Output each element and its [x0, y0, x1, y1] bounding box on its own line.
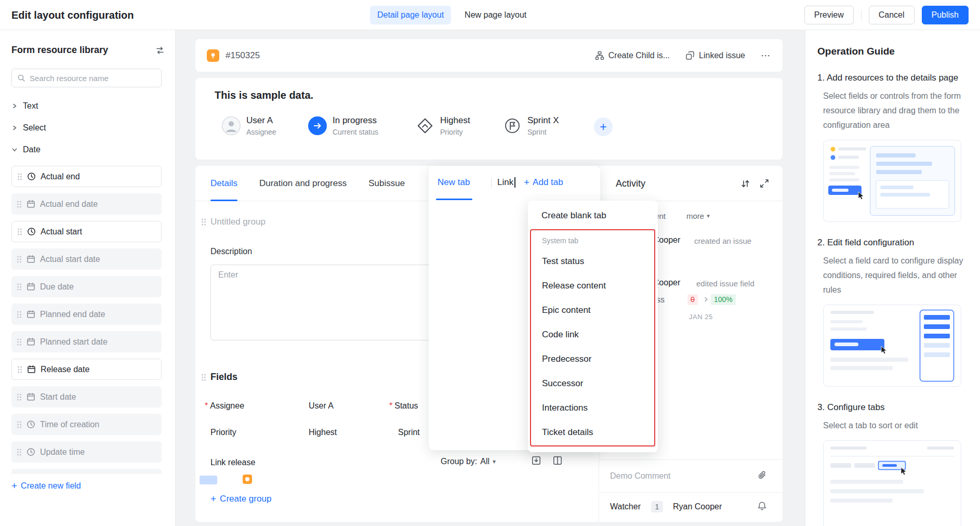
sample-field-priority[interactable]: Highest Priority	[416, 115, 470, 136]
linked-release-tag[interactable]	[200, 476, 217, 484]
collapse-panel-icon[interactable]	[155, 46, 165, 55]
sample-data-card: This is sample data. User A Assignee In …	[195, 78, 783, 160]
create-new-field-button[interactable]: + Create new field	[11, 481, 81, 491]
assignee-field-value[interactable]: User A	[309, 401, 334, 411]
priority-field-label[interactable]: Priority	[210, 428, 236, 437]
linked-issue-button[interactable]: Linked issue	[685, 51, 745, 60]
insert-card-icon[interactable]	[531, 455, 541, 466]
field-card-time-of-creation[interactable]: Time of creation	[11, 414, 162, 435]
tab-activity[interactable]: Activity	[616, 166, 645, 201]
expand-icon[interactable]	[760, 179, 769, 188]
calendar-icon	[27, 365, 36, 374]
drag-handle-icon[interactable]	[17, 393, 22, 401]
drag-handle-icon[interactable]	[17, 283, 22, 291]
activity-filter-more[interactable]: more ▾	[686, 212, 710, 220]
create-child-issue-button[interactable]: Create Child is...	[595, 51, 670, 60]
sample-field-status[interactable]: In progress Current status	[308, 115, 378, 136]
menu-item-create-blank-tab[interactable]: Create blank tab	[528, 204, 658, 227]
guide-section-1-body: Select fields or controls from the form …	[823, 89, 968, 133]
tree-group-select[interactable]: Select	[11, 117, 162, 139]
fields-group-header[interactable]: Fields	[201, 372, 237, 383]
group-by-dropdown[interactable]: Group by: All ▾	[441, 457, 496, 466]
tab-subissue[interactable]: Subissue	[368, 166, 405, 201]
field-card-planned-end-date[interactable]: Planned end date	[11, 304, 162, 325]
priority-field-value[interactable]: Highest	[309, 428, 337, 437]
drag-handle-icon[interactable]	[17, 338, 22, 346]
tree-group-text[interactable]: Text	[11, 95, 162, 117]
field-card-due-date[interactable]: Due date	[11, 276, 162, 297]
menu-item-ticket-details[interactable]: Ticket details	[531, 420, 654, 444]
tab-new-tab[interactable]: New tab	[438, 177, 470, 188]
field-card-planned-start-date[interactable]: Planned start date	[11, 331, 162, 352]
drag-handle-icon[interactable]	[17, 200, 22, 208]
menu-item-code-link[interactable]: Code link	[531, 322, 654, 347]
status-field-label[interactable]: *Status	[389, 401, 418, 411]
menu-item-successor[interactable]: Successor	[531, 371, 654, 396]
search-input[interactable]	[30, 74, 156, 83]
menu-item-interactions[interactable]: Interactions	[531, 396, 654, 420]
drag-handle-icon[interactable]	[17, 448, 22, 456]
clock-icon	[27, 172, 36, 181]
create-group-button[interactable]: + Create group	[210, 494, 271, 504]
field-card-update-time[interactable]: Update time	[11, 441, 162, 463]
comment-input[interactable]	[610, 468, 740, 484]
menu-item-predecessor[interactable]: Predecessor	[531, 347, 654, 371]
comment-box[interactable]	[599, 459, 783, 492]
drag-handle-icon[interactable]	[17, 255, 22, 264]
drag-handle-icon[interactable]	[17, 173, 22, 181]
plus-icon: +	[210, 495, 216, 503]
tab-rename-input[interactable]: Link	[497, 177, 515, 188]
field-card-actual-end-date[interactable]: Actual end date	[11, 193, 162, 215]
menu-item-test-status[interactable]: Test status	[531, 249, 654, 273]
tree-group-date[interactable]: Date	[11, 139, 162, 161]
preview-button[interactable]: Preview	[804, 6, 854, 24]
sample-field-sprint[interactable]: Sprint X Sprint	[503, 115, 559, 136]
drag-handle-icon[interactable]	[17, 310, 22, 319]
field-card-label: Actual end date	[40, 200, 98, 209]
add-tab-button[interactable]: + Add tab	[524, 177, 563, 188]
attachment-icon[interactable]	[757, 470, 767, 480]
cancel-button[interactable]: Cancel	[869, 6, 915, 24]
field-card-start-date[interactable]: Start date	[11, 386, 162, 407]
guide-section-1-title: 1. Add resources to the details page	[817, 71, 968, 85]
watcher-name[interactable]: Ryan Cooper	[673, 502, 722, 511]
field-card-actual-start[interactable]: Actual start	[11, 221, 162, 242]
field-card-partial[interactable]	[11, 469, 162, 474]
sidebar-title: Form resource library	[11, 45, 108, 56]
sidebar-header: Form resource library	[11, 45, 165, 56]
layout-columns-icon[interactable]	[552, 455, 563, 466]
tab-details[interactable]: Details	[210, 166, 237, 201]
drag-handle-icon[interactable]	[201, 373, 206, 382]
search-box[interactable]	[11, 69, 162, 87]
tab-new-page-layout[interactable]: New page layout	[457, 6, 534, 24]
sort-icon[interactable]	[740, 179, 750, 189]
field-card-actual-start-date[interactable]: Actual start date	[11, 248, 162, 270]
drag-handle-icon[interactable]	[17, 365, 22, 374]
feed-action: edited issue field	[696, 279, 754, 288]
drag-handle-icon[interactable]	[201, 218, 206, 226]
link-release-field-label[interactable]: Link release	[210, 458, 255, 467]
bell-icon[interactable]	[757, 501, 767, 511]
field-label: Assignee	[246, 128, 276, 136]
sample-field-assignee[interactable]: User A Assignee	[222, 115, 276, 136]
field-card-label: Update time	[40, 448, 85, 457]
sprint-field-label[interactable]: Sprint	[398, 428, 420, 437]
guide-section-2-body: Select a field card to configure display…	[823, 254, 968, 297]
field-card-label: Actual start date	[40, 255, 100, 264]
publish-button[interactable]: Publish	[922, 6, 969, 24]
untitled-group-label: Untitled group	[210, 217, 266, 227]
clock-icon	[27, 420, 35, 429]
menu-item-epic-content[interactable]: Epic content	[531, 298, 654, 322]
more-actions-icon[interactable]: ⋯	[761, 49, 771, 61]
tab-duration-progress[interactable]: Duration and progress	[259, 166, 347, 201]
assignee-field-label[interactable]: *Assignee	[205, 401, 244, 411]
tab-detail-page-layout[interactable]: Detail page layout	[370, 6, 451, 24]
menu-item-release-content[interactable]: Release content	[531, 273, 654, 298]
field-card-actual-end[interactable]: Actual end	[11, 166, 162, 187]
drag-handle-icon[interactable]	[17, 420, 22, 429]
field-card-release-date[interactable]: Release date	[11, 359, 162, 380]
field-card-label: Planned start date	[40, 337, 108, 347]
untitled-group-header[interactable]: Untitled group	[201, 217, 266, 227]
add-field-button[interactable]: +	[594, 117, 613, 136]
drag-handle-icon[interactable]	[17, 228, 22, 236]
